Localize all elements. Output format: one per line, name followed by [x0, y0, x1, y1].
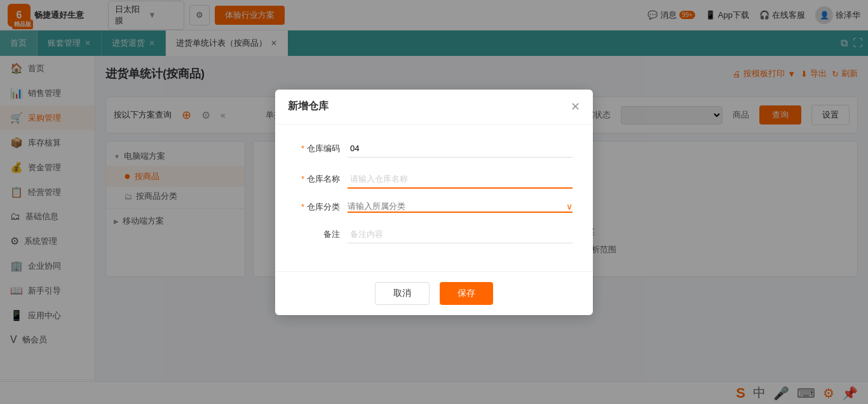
remark-input[interactable] — [348, 226, 573, 243]
cancel-button[interactable]: 取消 — [375, 282, 430, 305]
name-input[interactable] — [348, 170, 573, 189]
form-row-code: *仓库编码 — [295, 140, 573, 158]
save-button[interactable]: 保存 — [440, 282, 493, 305]
category-select-wrap: ∨ — [348, 201, 573, 213]
modal-overlay: 新增仓库 ✕ *仓库编码 *仓库名称 *仓库分类 — [0, 0, 868, 404]
modal-header: 新增仓库 ✕ — [275, 90, 593, 125]
modal-title: 新增仓库 — [288, 100, 329, 113]
modal-body: *仓库编码 *仓库名称 *仓库分类 ∨ — [275, 125, 593, 271]
remark-label: 备注 — [295, 229, 340, 240]
add-warehouse-modal: 新增仓库 ✕ *仓库编码 *仓库名称 *仓库分类 — [275, 90, 593, 315]
form-row-name: *仓库名称 — [295, 170, 573, 189]
chevron-down-icon: ∨ — [566, 201, 573, 212]
code-input[interactable] — [348, 140, 573, 158]
category-input[interactable] — [348, 201, 566, 211]
modal-footer: 取消 保存 — [275, 271, 593, 315]
name-label: *仓库名称 — [295, 173, 340, 185]
category-label: *仓库分类 — [295, 201, 340, 213]
code-label: *仓库编码 — [295, 143, 340, 154]
modal-close-button[interactable]: ✕ — [571, 100, 580, 114]
form-row-category: *仓库分类 ∨ — [295, 201, 573, 213]
form-row-remark: 备注 — [295, 226, 573, 243]
